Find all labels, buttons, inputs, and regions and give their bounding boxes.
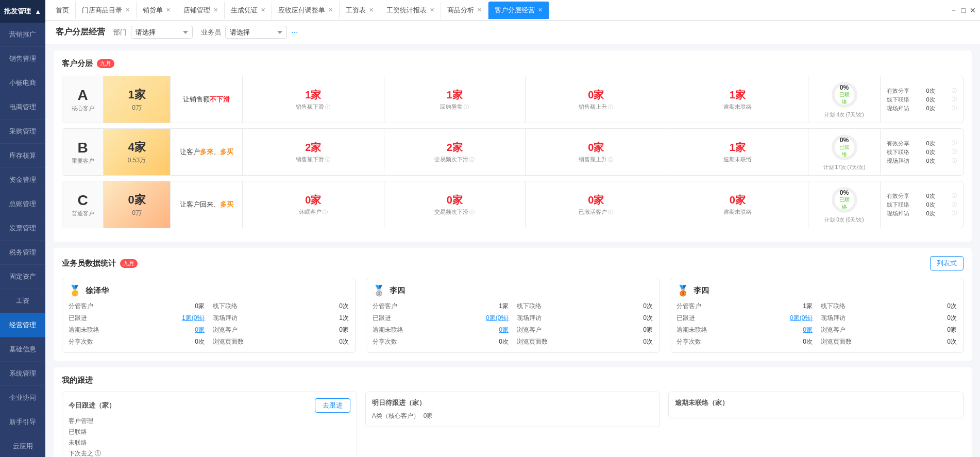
person-stat-val[interactable]: 0家 <box>499 326 509 334</box>
person-stat-val[interactable]: 0家 <box>195 326 205 334</box>
stat4-label-A: 逾期未联络 <box>723 103 752 111</box>
tier-stat3-C[interactable]: 0家 已激活客户 ⓘ <box>526 181 667 228</box>
right-stat-info[interactable]: ⓘ <box>952 157 957 165</box>
more-filter-btn[interactable]: ··· <box>291 28 298 37</box>
tab-客户分层经营[interactable]: 客户分层经营✕ <box>488 2 549 19</box>
sidebar-item-云应用[interactable]: 云应用 <box>0 434 45 457</box>
followup-go-btn-0[interactable]: 去跟进 <box>315 398 350 413</box>
person-stat-val[interactable]: 1家(0%) <box>182 314 205 323</box>
person-stat-label: 分管客户 <box>677 302 701 311</box>
tab-门店商品目录[interactable]: 门店商品目录✕ <box>76 2 137 19</box>
tier-stat2-C[interactable]: 0家 交易频次下滑 ⓘ <box>384 181 526 228</box>
sidebar-item-发票管理[interactable]: 发票管理 <box>0 216 45 241</box>
tier-stat1-A[interactable]: 1家 销售额下滑 ⓘ <box>243 76 384 123</box>
sidebar-item-固定资产[interactable]: 固定资产 <box>0 265 45 289</box>
tab-close-工资表[interactable]: ✕ <box>369 7 374 13</box>
sidebar-item-资金管理[interactable]: 资金管理 <box>0 168 45 192</box>
person-stat-val[interactable]: 0家(0%) <box>486 314 509 323</box>
tier-stat3-A[interactable]: 0家 销售额上升 ⓘ <box>526 76 667 123</box>
stat3-num-A: 0家 <box>588 88 604 102</box>
tier-stat4-A[interactable]: 1家 逾期未联络 <box>667 76 809 123</box>
sidebar-item-总账管理[interactable]: 总账管理 <box>0 192 45 216</box>
person-name-2: 李四 <box>694 286 709 296</box>
tab-应收应付调整单[interactable]: 应收应付调整单✕ <box>272 2 340 19</box>
dept-select[interactable]: 请选择 <box>131 26 193 39</box>
agent-select[interactable]: 请选择 <box>225 26 287 39</box>
sidebar-item-库存核算[interactable]: 库存核算 <box>0 144 45 168</box>
right-stat-info[interactable]: ⓘ <box>952 87 957 95</box>
sidebar-item-系统管理[interactable]: 系统管理 <box>0 362 45 386</box>
right-stat-info[interactable]: ⓘ <box>952 192 957 200</box>
right-stat-label: 线下联络 <box>887 148 909 156</box>
sidebar-item-采购管理[interactable]: 采购管理 <box>0 120 45 144</box>
tab-close-门店商品目录[interactable]: ✕ <box>125 7 130 13</box>
tab-生成凭证[interactable]: 生成凭证✕ <box>225 2 272 19</box>
tab-首页[interactable]: 首页 <box>49 2 76 19</box>
tab-工资表[interactable]: 工资表✕ <box>340 2 380 19</box>
right-stat-info[interactable]: ⓘ <box>952 210 957 217</box>
person-stat-1-0: 分管客户 1家 <box>373 302 509 311</box>
sidebar-item-企业协同[interactable]: 企业协同 <box>0 386 45 410</box>
sidebar-item-小畅电商[interactable]: 小畅电商 <box>0 71 45 95</box>
circle-text-C: 0% 已联络 <box>837 189 852 211</box>
tier-circle-A: 0% 已联络 计划 4次 (7天/次) <box>808 76 881 123</box>
sidebar-expand-icon[interactable]: ▲ <box>35 8 41 15</box>
followup-col-header-0: 今日跟进（家） 去跟进 <box>69 398 350 413</box>
tab-close-客户分层经营[interactable]: ✕ <box>538 7 543 13</box>
tier-stat3-B[interactable]: 0家 销售额上升 ⓘ <box>526 129 667 175</box>
circle-sub-B: 计划 17次 (7天/次) <box>823 164 866 171</box>
person-stat-1-5: 浏览客户 0家 <box>517 326 653 334</box>
tier-stat4-B[interactable]: 1家 逾期未联络 <box>667 129 809 175</box>
person-stat-1-3: 现场拜访 0次 <box>517 314 653 323</box>
sidebar-item-基础信息[interactable]: 基础信息 <box>0 337 45 362</box>
right-stat-info[interactable]: ⓘ <box>952 96 957 104</box>
person-stat-val[interactable]: 0家(0%) <box>790 314 813 323</box>
tier-stat1-B[interactable]: 2家 销售额下滑 ⓘ <box>243 129 384 175</box>
tab-销货单[interactable]: 销货单✕ <box>137 2 177 19</box>
sidebar-item-工资[interactable]: 工资 <box>0 289 45 313</box>
sidebar-item-新手引导[interactable]: 新手引导 <box>0 410 45 434</box>
biz-stats-title-group: 业务员数据统计 九月 <box>62 259 138 268</box>
window-close-icon[interactable]: ✕ <box>970 6 976 14</box>
tab-商品分析[interactable]: 商品分析✕ <box>441 2 488 19</box>
tier-stat2-A[interactable]: 1家 回购异常 ⓘ <box>384 76 526 123</box>
tab-工资统计报表[interactable]: 工资统计报表✕ <box>380 2 441 19</box>
person-stat-val[interactable]: 0家 <box>803 326 813 334</box>
tier-stat1-C[interactable]: 0家 休眠客户 ⓘ <box>243 181 384 228</box>
sidebar-item-销售管理[interactable]: 销售管理 <box>0 47 45 71</box>
tab-close-销货单[interactable]: ✕ <box>166 7 171 13</box>
tab-close-店铺管理[interactable]: ✕ <box>213 7 218 13</box>
right-stat-info[interactable]: ⓘ <box>952 148 957 156</box>
tab-close-应收应付调整单[interactable]: ✕ <box>328 7 333 13</box>
tab-close-工资统计报表[interactable]: ✕ <box>430 7 434 13</box>
person-stat-val: 1家 <box>803 302 813 311</box>
biz-person-0: 🥇 徐泽华 分管客户 0家 线下联络 0次 已跟进 1家(0%) 现场拜访 1次… <box>62 278 356 353</box>
tab-close-生成凭证[interactable]: ✕ <box>261 7 265 13</box>
person-stat-val: 0次 <box>947 302 957 311</box>
tab-close-商品分析[interactable]: ✕ <box>477 7 482 13</box>
person-stat-label: 逾期未联络 <box>677 326 707 334</box>
tab-店铺管理[interactable]: 店铺管理✕ <box>177 2 225 19</box>
right-stat-row: 现场拜访 0次 ⓘ <box>887 157 957 165</box>
sidebar-item-税务管理[interactable]: 税务管理 <box>0 241 45 265</box>
tier-stats-C: 0家 休眠客户 ⓘ 0家 交易频次下滑 ⓘ 0家 已激活客户 ⓘ 0家 逾期未联… <box>243 181 881 228</box>
sidebar-item-经营管理[interactable]: 经营管理 <box>0 313 45 337</box>
right-stat-info[interactable]: ⓘ <box>952 140 957 147</box>
person-stat-val: 0次 <box>643 314 653 323</box>
sidebar-item-营销推广[interactable]: 营销推广 <box>0 23 45 47</box>
right-stat-info[interactable]: ⓘ <box>952 105 957 112</box>
person-stat-label: 分享次数 <box>373 337 397 346</box>
person-stat-label: 现场拜访 <box>821 314 846 323</box>
tier-stat2-B[interactable]: 2家 交易频次下滑 ⓘ <box>384 129 526 175</box>
list-view-btn[interactable]: 列表式 <box>930 256 964 270</box>
right-stat-info[interactable]: ⓘ <box>952 201 957 209</box>
person-header-1: 🥈 李四 <box>373 284 653 297</box>
tier-count-sub-B: 0.53万 <box>128 156 146 165</box>
window-minimize-icon[interactable]: － <box>950 6 957 15</box>
tier-stats-A: 1家 销售额下滑 ⓘ 1家 回购异常 ⓘ 0家 销售额上升 ⓘ 1家 逾期未联络 <box>243 76 881 123</box>
tier-count-num-A: 1家 <box>128 87 145 103</box>
window-maximize-icon[interactable]: □ <box>961 6 966 14</box>
tier-stat4-C[interactable]: 0家 逾期未联络 <box>667 181 809 228</box>
sidebar-item-电商管理[interactable]: 电商管理 <box>0 95 45 120</box>
person-stat-1-4: 逾期未联络 0家 <box>373 326 509 334</box>
